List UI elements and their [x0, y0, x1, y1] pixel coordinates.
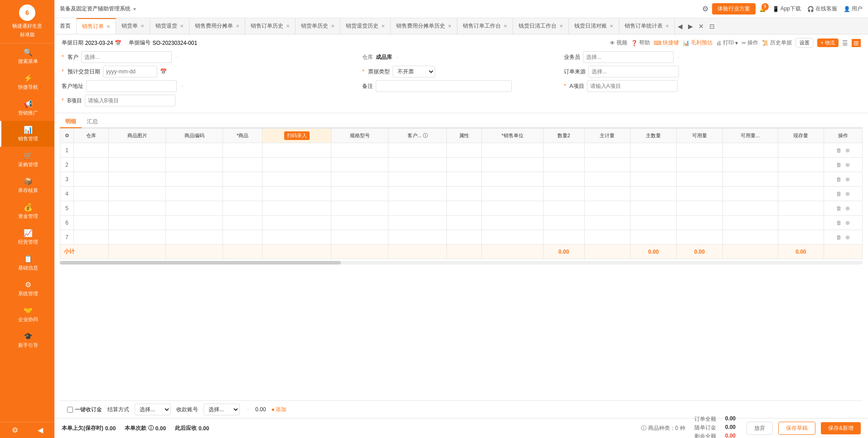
- sidebar-item-企业协同[interactable]: 🤝企业协同: [0, 302, 54, 327]
- customer-input[interactable]: [81, 51, 172, 63]
- row-copy-icon-4[interactable]: ⊕: [845, 191, 850, 197]
- tab-close-9[interactable]: ✕: [504, 24, 507, 29]
- row-customer-code-7[interactable]: [388, 230, 447, 245]
- horizontal-scrollbar[interactable]: [60, 261, 863, 265]
- dropdown-arrow-icon[interactable]: ▾: [133, 6, 136, 12]
- payment-select[interactable]: 选择...: [135, 404, 171, 415]
- row-delete-icon-2[interactable]: 🗑: [836, 162, 842, 168]
- scan-button[interactable]: 扫码录入: [284, 131, 310, 140]
- tab-close-5[interactable]: ✕: [286, 24, 290, 29]
- row-customer-code-3[interactable]: [388, 172, 447, 187]
- row-copy-icon-2[interactable]: ⊕: [845, 162, 850, 168]
- row-goods-7[interactable]: [223, 230, 262, 245]
- tab-next-btn[interactable]: ▶: [685, 18, 696, 34]
- salesman-input[interactable]: [583, 51, 674, 63]
- tab-0[interactable]: 首页: [54, 18, 77, 34]
- help-action[interactable]: ❓ 帮助: [631, 39, 650, 47]
- row-attr-4[interactable]: [447, 187, 482, 201]
- row-code-1[interactable]: [166, 143, 223, 158]
- order-source-input[interactable]: [588, 66, 679, 77]
- note-input[interactable]: [376, 80, 512, 92]
- customer-more-icon[interactable]: ···: [175, 55, 179, 60]
- expected-date-calendar-icon[interactable]: 📅: [160, 68, 167, 75]
- warehouse-more-icon[interactable]: ···: [396, 55, 399, 60]
- row-customer-code-4[interactable]: [388, 187, 447, 201]
- b-project-input[interactable]: [85, 95, 175, 106]
- row-code-5[interactable]: [166, 201, 223, 216]
- col-scan[interactable]: 扫码录入: [262, 129, 331, 143]
- row-delete-icon-3[interactable]: 🗑: [836, 176, 842, 183]
- row-goods-2[interactable]: [223, 158, 262, 172]
- tab-9[interactable]: 销售订单工作台✕: [457, 18, 513, 34]
- save-draft-button[interactable]: 保存草稿: [778, 422, 815, 435]
- tab-8[interactable]: 销售费用分摊单历史✕: [391, 18, 457, 34]
- row-attr-6[interactable]: [447, 216, 482, 230]
- row-main-qty-6[interactable]: [630, 216, 677, 230]
- sidebar-item-经营管理[interactable]: 📈经营管理: [0, 224, 54, 250]
- btn-settings-button[interactable]: 设置: [795, 38, 814, 48]
- tab-2[interactable]: 销货单✕: [116, 18, 150, 34]
- list-view-icon[interactable]: ☰: [842, 39, 848, 47]
- sidebar-collapse-icon[interactable]: ◀: [38, 426, 43, 434]
- user-menu[interactable]: 👤 用户: [844, 5, 863, 13]
- row-customer-code-5[interactable]: [388, 201, 447, 216]
- sidebar-item-搜索菜单[interactable]: 🔍搜索菜单: [0, 43, 54, 69]
- row-spec-3[interactable]: [331, 172, 388, 187]
- tab-7[interactable]: 销货退货历史✕: [340, 18, 391, 34]
- row-code-7[interactable]: [166, 230, 223, 245]
- sidebar-item-新手引导[interactable]: 🎓新手引导: [0, 327, 54, 353]
- row-qty2-1[interactable]: [543, 143, 584, 158]
- tab-close-6[interactable]: ✕: [331, 24, 335, 29]
- a-project-input[interactable]: [587, 80, 678, 92]
- row-main-qty-3[interactable]: [630, 172, 677, 187]
- row-qty2-2[interactable]: [543, 158, 584, 172]
- profit-action[interactable]: 📊 毛利预估: [683, 39, 713, 47]
- row-warehouse-5[interactable]: [74, 201, 109, 216]
- row-main-qty-4[interactable]: [630, 187, 677, 201]
- row-goods-4[interactable]: [223, 187, 262, 201]
- add-button[interactable]: ● 添加: [272, 406, 286, 414]
- row-warehouse-3[interactable]: [74, 172, 109, 187]
- row-attr-5[interactable]: [447, 201, 482, 216]
- settings-gear-icon[interactable]: ⚙: [702, 5, 708, 13]
- row-warehouse-1[interactable]: [74, 143, 109, 158]
- tab-close-7[interactable]: ✕: [381, 24, 385, 29]
- row-code-6[interactable]: [166, 216, 223, 230]
- row-spec-2[interactable]: [331, 158, 388, 172]
- history-action[interactable]: 📜 历史单据: [762, 39, 792, 47]
- row-customer-code-2[interactable]: [388, 158, 447, 172]
- tab-close-11[interactable]: ✕: [610, 24, 613, 29]
- row-code-2[interactable]: [166, 158, 223, 172]
- tab-close-3[interactable]: ✕: [180, 24, 184, 29]
- notification-icon[interactable]: 🔔 9: [759, 6, 766, 12]
- operation-action[interactable]: ✂ 操作: [742, 39, 758, 47]
- row-delete-icon-4[interactable]: 🗑: [836, 191, 842, 197]
- row-code-4[interactable]: [166, 187, 223, 201]
- sidebar-item-库存核算[interactable]: 📦库存核算: [0, 173, 54, 198]
- row-main-qty-2[interactable]: [630, 158, 677, 172]
- sidebar-item-基础信息[interactable]: 📋基础信息: [0, 250, 54, 276]
- calendar-icon[interactable]: 📅: [115, 40, 121, 46]
- row-code-3[interactable]: [166, 172, 223, 187]
- tab-expand-btn[interactable]: ⊡: [707, 18, 718, 34]
- sidebar-item-系统管理[interactable]: ⚙系统管理: [0, 276, 54, 302]
- row-unit-6[interactable]: [482, 216, 543, 230]
- row-warehouse-7[interactable]: [74, 230, 109, 245]
- tab-close-1[interactable]: ✕: [107, 24, 110, 29]
- row-delete-icon-7[interactable]: 🗑: [836, 234, 842, 241]
- industry-solution-button[interactable]: 体验行业方案: [712, 3, 756, 14]
- tab-close-12[interactable]: ✕: [665, 24, 669, 29]
- tab-close-4[interactable]: ✕: [236, 24, 239, 29]
- invoice-select[interactable]: 不开票 普通发票 增值税专票: [393, 66, 435, 77]
- row-warehouse-4[interactable]: [74, 187, 109, 201]
- tab-close-2[interactable]: ✕: [141, 24, 144, 29]
- tab-1[interactable]: 销售订单✕: [77, 18, 116, 34]
- row-customer-code-1[interactable]: [388, 143, 447, 158]
- row-goods-5[interactable]: [223, 201, 262, 216]
- tab-5[interactable]: 销售订单历史✕: [245, 18, 296, 34]
- address-more-icon[interactable]: ···: [180, 84, 184, 89]
- row-attr-7[interactable]: [447, 230, 482, 245]
- view-action[interactable]: 👁 视频: [610, 39, 627, 47]
- account-select[interactable]: 选择...: [204, 404, 240, 415]
- tab-close-10[interactable]: ✕: [559, 24, 563, 29]
